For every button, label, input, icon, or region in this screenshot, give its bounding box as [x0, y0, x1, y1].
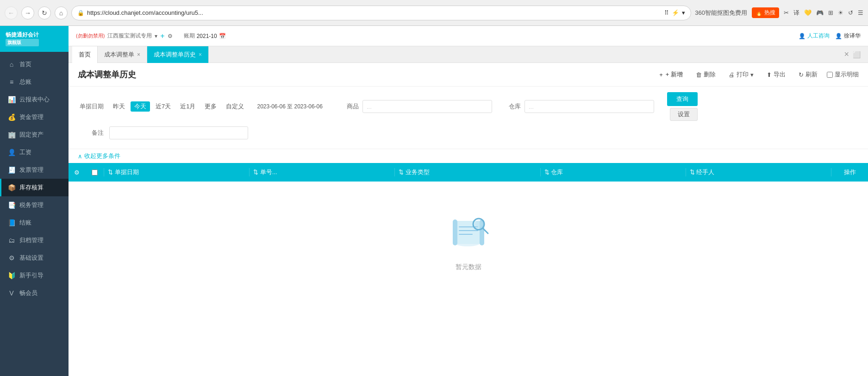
- sidebar-item-label: 基础设置: [19, 254, 44, 262]
- reports-icon: 📊: [7, 96, 16, 103]
- main-content: (勿删勿禁用) 江西服宝测试专用 ▾ + ⚙ 账期 2021-10 📅 👤 人工…: [69, 26, 868, 376]
- sidebar-item-label: 总账: [19, 78, 31, 86]
- grid-icon[interactable]: ⊞: [828, 9, 833, 16]
- user-info[interactable]: 👤 徐译华: [835, 32, 861, 40]
- date-tab-last1month[interactable]: 近1月: [176, 101, 199, 112]
- close-right-panel-button[interactable]: ×: [844, 50, 849, 59]
- date-tab-last7days[interactable]: 近7天: [152, 101, 175, 112]
- lock-icon: 🔒: [77, 10, 84, 16]
- date-tab-today[interactable]: 今天: [131, 101, 150, 112]
- tabs-bar: 首页 成本调整单 × 成本调整单历史 × × ⬜: [69, 46, 868, 63]
- new-button[interactable]: + + 新增: [656, 69, 687, 81]
- browser-chrome: ← → ↻ ⌂ 🔒 https://cloud.chanjet.com/acco…: [0, 0, 868, 26]
- menu-icon[interactable]: ☰: [858, 9, 863, 16]
- sidebar-item-label: 新手引导: [19, 271, 44, 280]
- refresh-button[interactable]: ↻ 刷新: [795, 69, 821, 81]
- game-icon[interactable]: 🎮: [816, 9, 824, 16]
- calendar-icon[interactable]: 📅: [219, 33, 226, 39]
- sidebar-item-invoice[interactable]: 🧾 发票管理: [0, 161, 69, 179]
- sidebar-item-label: 结账: [19, 219, 31, 227]
- table-settings-icon[interactable]: ⚙: [69, 169, 85, 176]
- th-warehouse[interactable]: ⇅ 仓库: [540, 168, 686, 176]
- forward-button[interactable]: →: [21, 6, 34, 19]
- sidebar-item-tax[interactable]: 📑 税务管理: [0, 196, 69, 214]
- period-value: 2021-10: [197, 33, 217, 39]
- tab-home-label: 首页: [79, 50, 91, 59]
- company-selector[interactable]: (勿删勿禁用) 江西服宝测试专用 ▾ + ⚙: [76, 32, 173, 40]
- add-icon[interactable]: +: [160, 32, 164, 40]
- sidebar-item-payroll[interactable]: 👤 工资: [0, 144, 69, 161]
- data-table: ⚙ ⇅ 单据日期 ⇅ 单号... ⇅ 业务类型 ⇅ 仓库: [69, 163, 868, 299]
- sidebar-item-label: 固定资产: [19, 131, 44, 139]
- sidebar-item-inventory[interactable]: 📦 库存核算: [0, 179, 69, 196]
- sidebar-item-label: 畅会员: [19, 289, 37, 297]
- reload-button[interactable]: ↻: [38, 6, 51, 19]
- chevron-up-icon: ∧: [78, 153, 82, 160]
- customer-service-button[interactable]: 👤 人工咨询: [799, 32, 830, 40]
- wallet-icon[interactable]: 💛: [804, 9, 812, 16]
- page-header: 成本调整单历史 + + 新增 🗑 删除 🖨 打印 ▾: [69, 63, 868, 87]
- th-business-type[interactable]: ⇅ 业务类型: [394, 168, 540, 176]
- th-handler-label: ⇅ 经手人: [690, 168, 715, 176]
- home-button[interactable]: ⌂: [55, 6, 68, 19]
- tab-close-icon[interactable]: ×: [137, 51, 140, 58]
- edition-badge: 旗舰版: [6, 39, 39, 46]
- logo-text: 畅捷通好会计: [6, 31, 39, 39]
- collapse-button[interactable]: ∧ 收起更多条件: [69, 149, 868, 163]
- delete-button[interactable]: 🗑 删除: [692, 69, 719, 81]
- date-tab-custom[interactable]: 自定义: [222, 101, 248, 112]
- sidebar-item-fixed-assets[interactable]: 🏢 固定资产: [0, 126, 69, 144]
- table-select-all[interactable]: [85, 169, 104, 175]
- date-tabs: 昨天 今天 近7天 近1月 更多 自定义: [109, 101, 248, 112]
- sidebar-item-reports[interactable]: 📊 云报表中心: [0, 91, 69, 108]
- back-button[interactable]: ←: [5, 6, 18, 19]
- tab-cost-adjustment-history[interactable]: 成本调整单历史 ×: [147, 46, 209, 63]
- sidebar-item-closing[interactable]: 📘 结账: [0, 214, 69, 232]
- scissors-icon[interactable]: ✂: [784, 9, 789, 16]
- date-tab-more[interactable]: 更多: [201, 101, 220, 112]
- top-bar: (勿删勿禁用) 江西服宝测试专用 ▾ + ⚙ 账期 2021-10 📅 👤 人工…: [69, 26, 868, 46]
- date-tab-yesterday[interactable]: 昨天: [109, 101, 129, 112]
- warehouse-filter-input[interactable]: ...: [525, 100, 654, 113]
- remark-input[interactable]: [109, 126, 248, 139]
- chevron-down-icon: ▾: [750, 71, 754, 78]
- tab-cost-adjustment[interactable]: 成本调整单 ×: [98, 46, 147, 63]
- archive-icon: 🗂: [7, 237, 16, 244]
- undo-icon[interactable]: ↺: [848, 9, 853, 16]
- inventory-icon: 📦: [7, 184, 16, 191]
- main-sidebar: 畅捷通好会计 旗舰版 ⌂ 首页 ≡ 总账 📊 云报表中心 💰 资金管理 🏢: [0, 26, 69, 376]
- hot-search-button[interactable]: 🔥 热搜: [752, 7, 779, 18]
- translate-icon[interactable]: 译: [793, 9, 799, 17]
- sidebar-item-vip[interactable]: V 畅会员: [0, 284, 69, 302]
- company-warning: (勿删勿禁用): [76, 32, 105, 39]
- filter-settings-button[interactable]: 设置: [670, 108, 698, 121]
- export-button[interactable]: ⬆ 导出: [763, 69, 789, 81]
- sidebar-item-archive[interactable]: 🗂 归档管理: [0, 232, 69, 249]
- sidebar-item-guide[interactable]: 🔰 新手引导: [0, 267, 69, 284]
- th-date[interactable]: ⇅ 单据日期: [104, 168, 249, 176]
- sidebar-item-settings[interactable]: ⚙ 基础设置: [0, 249, 69, 267]
- tab-close-icon-history[interactable]: ×: [199, 51, 202, 58]
- th-number[interactable]: ⇅ 单号...: [249, 168, 394, 176]
- address-bar[interactable]: 🔒 https://cloud.chanjet.com/accounting/u…: [71, 6, 691, 20]
- tab-home[interactable]: 首页: [72, 46, 98, 63]
- plus-icon: +: [659, 71, 663, 78]
- collapse-label: 收起更多条件: [84, 152, 120, 160]
- select-all-checkbox[interactable]: [92, 169, 98, 175]
- browser-right-tools: 360智能抠图免费用 🔥 热搜 ✂ 译 💛 🎮 ⊞ ☀ ↺ ☰: [695, 7, 863, 18]
- goods-filter-input[interactable]: ...: [362, 100, 492, 113]
- th-handler[interactable]: ⇅ 经手人: [686, 168, 831, 176]
- chevron-down-icon: ▾: [682, 9, 685, 16]
- query-button[interactable]: 查询: [667, 92, 698, 106]
- sidebar-item-funds[interactable]: 💰 资金管理: [0, 108, 69, 126]
- sidebar-item-ledger[interactable]: ≡ 总账: [0, 73, 69, 91]
- sun-icon[interactable]: ☀: [838, 9, 843, 16]
- settings-icon-topbar[interactable]: ⚙: [168, 33, 173, 39]
- resize-icon[interactable]: ⬜: [853, 51, 861, 58]
- print-button[interactable]: 🖨 打印 ▾: [725, 69, 757, 81]
- lightning-icon: ⚡: [672, 9, 679, 16]
- show-columns-checkbox[interactable]: [827, 72, 833, 78]
- headset-icon: 👤: [799, 33, 806, 39]
- period-info: 账期 2021-10 📅: [184, 32, 226, 40]
- sidebar-item-home[interactable]: ⌂ 首页: [0, 56, 69, 73]
